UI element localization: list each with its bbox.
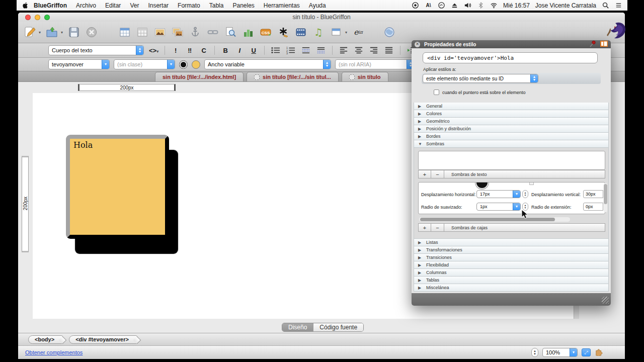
add-text-shadow-button[interactable]: + [418,170,431,178]
numbered-list-button[interactable]: 123 [286,46,296,54]
menubar-clock[interactable]: Mié 16:57 [503,2,530,9]
bullet-list-button[interactable] [271,46,281,54]
apple-menu-icon[interactable] [22,2,29,9]
spread-radius-value[interactable]: 0px [583,203,603,211]
menu-paneles[interactable]: Paneles [228,2,259,9]
spellcheck-button[interactable] [277,26,290,39]
section-colores[interactable]: ▶Colores [414,110,609,118]
menu-ayuda[interactable]: Ayuda [304,2,331,9]
remove-text-shadow-button[interactable]: − [431,170,444,178]
menu-ver[interactable]: Ver [125,2,143,9]
minimize-button[interactable] [35,15,40,20]
panel-close-icon[interactable]: ✕ [415,42,420,47]
notification-center-icon[interactable] [615,2,622,9]
section-listas[interactable]: ▶Listas [414,239,609,246]
new-document-dropdown[interactable]: ▾ [39,30,41,35]
section-flexibilidad[interactable]: ▶Flexibilidad [414,261,609,269]
chart-button[interactable] [242,26,255,39]
editor-horizontal-scrollbar[interactable] [419,217,570,222]
underline-button[interactable]: U [249,47,258,54]
tab-document-1[interactable]: sin título [file:/.../index.html] [155,72,244,81]
width-mode-select[interactable]: Ancho variable ▲▼ [204,59,331,69]
zoom-select[interactable]: 100% ▼ [542,348,578,357]
form-button[interactable] [330,26,343,39]
section-general[interactable]: ▶General [414,103,609,110]
element-class-select[interactable]: (sin clase) ▼ [114,59,175,69]
eject-icon[interactable] [451,2,458,9]
shadow-color-well[interactable] [475,182,489,189]
panel-header[interactable]: ✕ Propiedades de estilo [412,40,611,48]
hola-div-element[interactable]: Hola [66,135,169,239]
math-button[interactable]: eiπ [352,26,365,39]
tab-document-3[interactable]: sin título [342,72,388,81]
horizontal-ruler[interactable]: 200px [78,84,176,91]
breadcrumb-body[interactable]: <body> [28,335,63,344]
align-left-button[interactable] [339,46,349,54]
v-offset-value[interactable]: 30px [583,190,603,198]
volume-icon[interactable] [464,2,471,9]
fullscreen-icon[interactable]: ⤢ [582,348,591,356]
h-offset-select[interactable]: 17px▼ [476,190,521,198]
section-miscelanea[interactable]: ▶Miscelánea [414,284,609,292]
design-view-button[interactable]: Diseño [282,323,313,331]
titlebar[interactable]: sin título - BlueGriffon [18,13,625,22]
pin-icon[interactable] [589,40,596,48]
background-color-swatch[interactable] [192,60,200,69]
table-properties-button[interactable] [136,26,149,39]
emphasis-button[interactable]: ! [171,47,180,54]
creative-cloud-icon[interactable] [438,2,445,9]
shadow-inset-checkbox[interactable] [529,182,534,185]
browser-preview-button[interactable] [383,26,396,39]
css-button[interactable]: CSS [259,26,272,39]
insert-table-button[interactable] [118,26,131,39]
section-sombras[interactable]: ▼Sombras [414,140,609,148]
close-button[interactable] [25,15,31,20]
italic-button[interactable]: I [235,47,244,54]
remove-box-shadow-button[interactable]: − [431,223,444,232]
spotlight-icon[interactable] [602,2,609,9]
markup-button[interactable]: <>▾ [149,47,158,54]
open-file-dropdown[interactable]: ▾ [61,30,63,35]
menu-archivo[interactable]: Archivo [71,2,101,9]
line-spacing-button[interactable] [301,46,311,54]
h-offset-stepper[interactable]: ▲▼ [522,190,528,198]
section-columnas[interactable]: ▶Columnas [414,269,609,277]
add-box-shadow-button[interactable]: + [418,223,431,232]
code-format-button[interactable]: C [199,47,208,54]
wifi-icon[interactable] [490,2,498,9]
tab-document-2[interactable]: sin título [file:/.../sin títul... [247,72,339,81]
menu-insertar[interactable]: Insertar [143,2,173,9]
section-geometrico[interactable]: ▶Geométrico [414,118,609,125]
hover-option-row[interactable]: cuando el puntero está sobre el elemento [434,89,526,95]
screen-record-icon[interactable] [412,2,419,9]
get-addons-link[interactable]: Obtener complementos [25,349,83,355]
selector-preview-field[interactable]: <div id='tevoyamover'>Hola [423,52,598,63]
input-source-icon[interactable]: A\ [425,2,432,9]
paragraph-format-select[interactable]: Cuerpo del texto ▲▼ [48,45,144,55]
open-file-button[interactable] [45,26,58,39]
anchor-button[interactable] [189,26,202,39]
menu-editar[interactable]: Editar [101,2,125,9]
new-document-button[interactable] [23,26,36,39]
audio-button[interactable]: ♫ [312,26,325,39]
link-button[interactable] [206,26,219,39]
addons-puzzle-icon[interactable] [595,348,604,357]
blur-radius-select[interactable]: 1px▼ [476,203,521,211]
zoom-button[interactable] [44,15,50,20]
dock-panel-icon[interactable] [600,41,608,48]
menu-formato[interactable]: Formato [173,2,205,9]
video-button[interactable] [294,26,307,39]
insert-image-button[interactable] [153,26,167,39]
section-bordes[interactable]: ▶Bordes [414,133,609,140]
text-shadow-list[interactable] [418,151,605,170]
section-transiciones[interactable]: ▶Transiciones [414,254,609,261]
strong-emphasis-button[interactable]: ‼ [185,47,194,54]
section-tablas[interactable]: ▶Tablas [414,277,609,284]
section-posicion[interactable]: ▶Posición y distribución [414,125,609,133]
preview-button[interactable] [224,26,237,39]
align-right-button[interactable] [369,46,379,54]
source-view-button[interactable]: Código fuente [313,323,363,331]
align-justify-button[interactable] [384,46,394,54]
paragraph-spacing-button[interactable] [316,46,326,54]
element-id-select[interactable]: tevoyamover ▼ [48,59,110,69]
